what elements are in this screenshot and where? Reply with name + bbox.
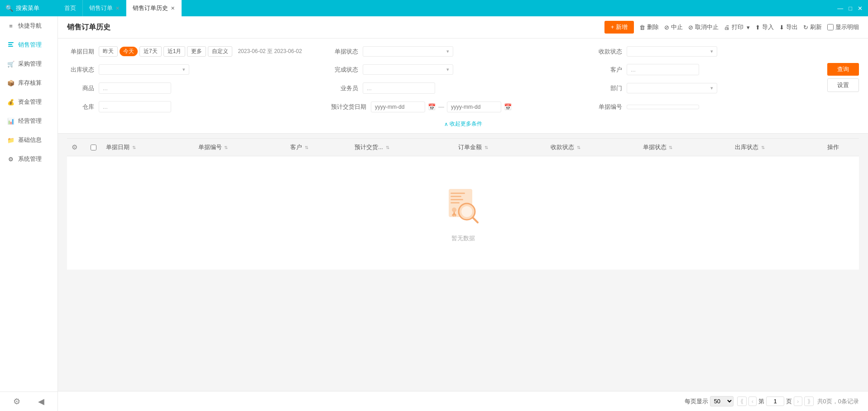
sidebar-item-sales[interactable]: 销售管理 xyxy=(0,35,58,54)
product-input[interactable]: ... xyxy=(99,82,171,94)
th-out-status[interactable]: 出库状态 ⇅ xyxy=(730,139,823,156)
filter-row-1: 单据日期 昨天 今天 近7天 近1月 更多 自定义 2023-06-02 至 2… xyxy=(67,44,859,59)
next-page-btn[interactable]: › xyxy=(794,396,802,406)
sidebar-item-system[interactable]: ⚙ 系统管理 xyxy=(0,150,58,169)
cal-to-icon[interactable]: 📅 xyxy=(504,103,512,111)
complete-status-select[interactable]: ▾ xyxy=(363,64,453,75)
th-date[interactable]: 单据日期 ⇅ xyxy=(101,139,194,156)
th-pay-status-sort: ⇅ xyxy=(577,145,580,150)
delete-btn[interactable]: 🗑 删除 xyxy=(639,23,659,31)
settings-btn[interactable]: 设置 xyxy=(827,78,859,92)
th-pay-status[interactable]: 收款状态 ⇅ xyxy=(546,139,638,156)
warehouse-input[interactable]: ... xyxy=(99,101,171,112)
filter-order-no-cell: 单据编号 xyxy=(595,99,859,115)
tab-sales-order-history[interactable]: 销售订单历史 ✕ xyxy=(126,0,182,16)
date-btn-custom[interactable]: 自定义 xyxy=(208,46,232,57)
first-page-btn[interactable]: ⟪ xyxy=(737,396,747,406)
filter-pay-status-cell: 收款状态 ▾ xyxy=(595,44,859,59)
sidebar-item-finance[interactable]: 💰 资金管理 xyxy=(0,92,58,111)
complete-status-label: 完成状态 xyxy=(331,66,363,74)
sidebar-item-quick-nav[interactable]: ≡ 快捷导航 xyxy=(0,16,58,35)
minimize-btn[interactable]: — xyxy=(837,5,843,12)
print-label: 打印 xyxy=(732,23,743,31)
th-date-sort: ⇅ xyxy=(132,145,136,150)
sidebar-item-purchase[interactable]: 🛒 采购管理 xyxy=(0,54,58,73)
select-all-wrap xyxy=(90,145,97,150)
sidebar-item-operations[interactable]: 📊 经营管理 xyxy=(0,111,58,131)
expected-date-control: 📅 — 📅 xyxy=(371,102,595,112)
order-status-control: ▾ xyxy=(363,46,595,57)
cal-from-icon[interactable]: 📅 xyxy=(428,103,436,111)
stop-btn[interactable]: ⊘ 中止 xyxy=(664,23,683,31)
prev-page-btn[interactable]: ‹ xyxy=(748,396,757,406)
date-btn-more[interactable]: 更多 xyxy=(187,46,206,57)
svg-rect-6 xyxy=(451,199,463,200)
date-btn-yesterday[interactable]: 昨天 xyxy=(99,46,118,57)
toolbar: + 新增 🗑 删除 ⊘ 中止 ⊘ 取消中止 🖨 打印 ▾ xyxy=(604,21,859,34)
tab-sales-order-history-close[interactable]: ✕ xyxy=(171,5,175,11)
app-header: 🔍 搜索菜单 首页 销售订单 ✕ 销售订单历史 ✕ — □ ✕ xyxy=(0,0,868,16)
cancel-stop-btn[interactable]: ⊘ 取消中止 xyxy=(688,23,719,31)
export-btn[interactable]: ⬇ 导出 xyxy=(779,23,798,31)
import-label: 导入 xyxy=(762,23,774,31)
th-customer[interactable]: 客户 ⇅ xyxy=(286,139,350,156)
order-no-input[interactable] xyxy=(627,105,699,109)
tab-sales-order-close[interactable]: ✕ xyxy=(115,5,120,11)
date-btn-today[interactable]: 今天 xyxy=(120,47,138,56)
expected-date-to[interactable] xyxy=(447,102,501,112)
pay-status-arrow: ▾ xyxy=(710,48,713,54)
th-customer-sort: ⇅ xyxy=(305,145,308,150)
search-menu-btn[interactable]: 🔍 搜索菜单 xyxy=(0,0,58,16)
th-expected-label: 预计交货... xyxy=(355,144,383,150)
date-btn-7days[interactable]: 近7天 xyxy=(139,46,162,57)
expected-date-from[interactable] xyxy=(371,102,425,112)
th-order-status[interactable]: 单据状态 ⇅ xyxy=(638,139,731,156)
sidebar-item-inventory[interactable]: 📦 库存核算 xyxy=(0,73,58,92)
select-all-checkbox[interactable] xyxy=(91,145,96,150)
warehouse-label: 仓库 xyxy=(67,103,99,111)
sidebar-item-sales-label: 销售管理 xyxy=(18,41,42,49)
tab-home[interactable]: 首页 xyxy=(58,0,83,16)
dept-control: ▾ xyxy=(627,83,859,93)
page-input[interactable] xyxy=(766,396,784,406)
display-detail-toggle[interactable]: 显示明细 xyxy=(827,23,859,31)
sidebar-item-purchase-label: 采购管理 xyxy=(18,60,42,68)
customer-input[interactable]: ... xyxy=(627,64,699,75)
out-status-select[interactable]: ▾ xyxy=(99,64,189,75)
th-no[interactable]: 单据编号 ⇅ xyxy=(194,139,286,156)
dept-select[interactable]: ▾ xyxy=(627,83,717,93)
collapse-row: ∧ 收起更多条件 xyxy=(67,117,859,128)
maximize-btn[interactable]: □ xyxy=(849,5,852,12)
close-btn[interactable]: ✕ xyxy=(858,5,863,12)
collapse-btn[interactable]: ∧ 收起更多条件 xyxy=(444,120,482,128)
date-btn-1month[interactable]: 近1月 xyxy=(163,46,186,57)
import-btn[interactable]: ⬆ 导入 xyxy=(755,23,774,31)
th-expected[interactable]: 预计交货... ⇅ xyxy=(350,139,454,156)
last-page-btn[interactable]: ⟫ xyxy=(804,396,814,406)
tab-sales-order[interactable]: 销售订单 ✕ xyxy=(83,0,126,16)
date-quick-btns: 昨天 今天 近7天 近1月 更多 自定义 xyxy=(99,46,232,57)
display-detail-checkbox[interactable] xyxy=(827,24,834,30)
expected-date-wrap: 📅 — 📅 xyxy=(371,102,512,112)
table-settings-icon[interactable]: ⚙ xyxy=(72,143,77,151)
page-size-select[interactable]: 50 10 20 100 xyxy=(710,396,734,406)
filter-product-cell: 商品 ... xyxy=(67,80,331,96)
sidebar-item-basic-info[interactable]: 📁 基础信息 xyxy=(0,131,58,150)
filter-dept-cell: 部门 ▾ xyxy=(595,80,859,96)
order-status-select[interactable]: ▾ xyxy=(363,46,453,57)
th-amount[interactable]: 订单金额 ⇅ xyxy=(454,139,546,156)
query-settings-btns: 查询 设置 xyxy=(827,63,859,92)
print-btn[interactable]: 🖨 打印 ▾ xyxy=(724,23,750,31)
th-expected-sort: ⇅ xyxy=(386,145,389,150)
sidebar-collapse-icon[interactable]: ◀ xyxy=(38,396,44,406)
query-btn[interactable]: 查询 xyxy=(827,63,859,76)
th-pay-status-label: 收款状态 xyxy=(551,144,574,150)
salesperson-input[interactable]: ... xyxy=(363,82,435,94)
pay-status-select[interactable]: ▾ xyxy=(627,46,717,57)
new-btn[interactable]: + 新增 xyxy=(604,21,634,34)
refresh-btn[interactable]: ↻ 刷新 xyxy=(803,23,822,31)
customer-control: ... xyxy=(627,64,859,75)
order-status-arrow: ▾ xyxy=(446,48,449,54)
sidebar-settings-icon[interactable]: ⚙ xyxy=(13,396,20,406)
stop-icon: ⊘ xyxy=(664,24,669,31)
